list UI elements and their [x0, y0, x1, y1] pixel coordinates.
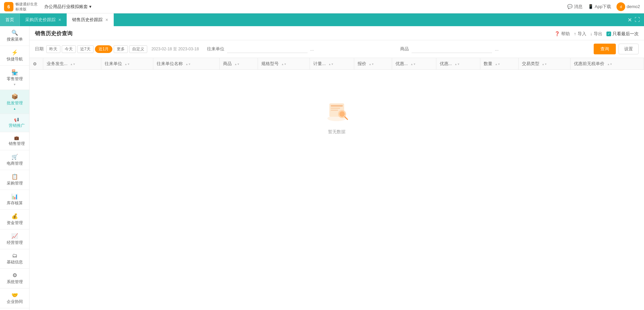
top-bar-left: 6 畅捷通好生意 标准版 办公用品行业模拟账套 ▾ — [4, 2, 92, 11]
message-button[interactable]: 💬 消息 — [567, 4, 583, 10]
sidebar-item-operations[interactable]: 📈 经营管理 — [0, 229, 29, 249]
page-title-row: 销售历史价查询 ❓ 帮助 ↑ 导入 ↓ 导出 ✓ — [35, 30, 639, 37]
message-icon: 💬 — [567, 4, 573, 9]
maximize-button[interactable]: ⛶ — [635, 17, 640, 23]
sort-qty[interactable]: ▲▼ — [495, 63, 500, 66]
date-btn-7days[interactable]: 近7天 — [77, 45, 94, 53]
product-input[interactable] — [412, 45, 492, 53]
col-from-unit[interactable]: 往来单位 ▲▼ — [101, 58, 153, 70]
date-label: 日期 — [35, 46, 44, 52]
product-label: 商品 — [400, 46, 409, 52]
content-area: 销售历史价查询 ❓ 帮助 ↑ 导入 ↓ 导出 ✓ — [30, 26, 644, 310]
date-btn-yesterday[interactable]: 昨天 — [46, 45, 60, 53]
svg-rect-4 — [331, 110, 338, 111]
col-biz-date[interactable]: 业务发生... ▲▼ — [43, 58, 101, 70]
ecommerce-icon: 🛒 — [11, 154, 18, 160]
sort-from-unit[interactable]: ▲▼ — [124, 63, 130, 66]
col-quote[interactable]: 报价 ▲▼ — [354, 58, 392, 70]
sidebar-item-retail[interactable]: 🏪 零售管理 ▾ — [0, 66, 29, 90]
sort-pretax-price[interactable]: ▲▼ — [607, 63, 612, 66]
system-icon: ⚙ — [12, 272, 17, 278]
help-button[interactable]: ❓ 帮助 — [554, 31, 570, 37]
sort-unit[interactable]: ▲▼ — [328, 63, 334, 66]
close-all-tabs-button[interactable]: ✕ — [628, 17, 632, 23]
sidebar-item-system[interactable]: ⚙ 系统管理 — [0, 269, 29, 289]
sidebar-item-newbie[interactable]: 🎯 新手引导 — [0, 308, 29, 310]
settings-button[interactable]: 设置 — [619, 44, 639, 54]
col-trade-type[interactable]: 交易类型 ▲▼ — [518, 58, 571, 70]
date-btn-today[interactable]: 今天 — [62, 45, 76, 53]
empty-state: 暂无数据 — [30, 70, 644, 162]
chevron-down-icon: ▾ — [89, 4, 92, 9]
phone-icon: 📱 — [588, 4, 593, 9]
col-spec[interactable]: 规格型号 ▲▼ — [258, 58, 310, 70]
sidebar-item-enterprise[interactable]: 🤝 企业协同 — [0, 289, 29, 308]
import-button[interactable]: ↑ 导入 — [574, 31, 586, 37]
sidebar-item-finance[interactable]: 💰 资金管理 — [0, 210, 29, 229]
from-unit-input[interactable] — [227, 45, 308, 53]
sidebar-subitem-marketing[interactable]: 📢 营销推广 — [0, 114, 29, 132]
date-btn-more[interactable]: 更多 — [114, 45, 128, 53]
only-last-checkbox[interactable]: ✓ — [606, 32, 611, 36]
export-button[interactable]: ↓ 导出 — [590, 31, 603, 37]
col-from-unit-name[interactable]: 往来单位名称 ▲▼ — [153, 58, 220, 70]
sort-quote[interactable]: ▲▼ — [369, 63, 374, 66]
sidebar-item-shortcut[interactable]: ⚡ 快捷导航 — [0, 46, 29, 66]
sort-spec[interactable]: ▲▼ — [281, 63, 286, 66]
table-wrapper: ⚙ 业务发生... ▲▼ 往来单位 ▲▼ 往来单位名称 ▲▼ — [30, 58, 644, 310]
user-menu[interactable]: d demo2 — [616, 2, 640, 11]
filter-actions: 查询 设置 — [594, 44, 639, 54]
date-btn-custom[interactable]: 自定义 — [129, 45, 147, 53]
sort-discount1[interactable]: ▲▼ — [411, 63, 416, 66]
page-title: 销售历史价查询 — [35, 30, 72, 37]
logo-text: 畅捷通好生意 标准版 — [15, 2, 38, 11]
col-discount1[interactable]: 优惠... ▲▼ — [392, 58, 436, 70]
app-download-button[interactable]: 📱 App下载 — [588, 4, 611, 10]
data-table: ⚙ 业务发生... ▲▼ 往来单位 ▲▼ 往来单位名称 ▲▼ — [30, 58, 644, 70]
tab-sales[interactable]: 销售历史价跟踪 × — [67, 13, 114, 26]
tab-purchase-close[interactable]: × — [58, 17, 61, 22]
page-actions: ❓ 帮助 ↑ 导入 ↓ 导出 ✓ 只看最后一次 — [554, 31, 639, 37]
sidebar-item-ecommerce[interactable]: 🛒 电商管理 — [0, 150, 29, 170]
query-button[interactable]: 查询 — [594, 44, 616, 54]
sidebar-item-wholesale[interactable]: 📦 批发管理 ▴ — [0, 90, 29, 114]
main-layout: 🔍 搜索菜单 ⚡ 快捷导航 🏪 零售管理 ▾ 📦 批发管理 ▴ 📢 营销推广 💼… — [0, 26, 644, 310]
retail-icon: 🏪 — [11, 69, 18, 75]
sort-trade-type[interactable]: ▲▼ — [542, 63, 547, 66]
col-product[interactable]: 商品 ▲▼ — [220, 58, 258, 70]
sort-from-unit-name[interactable]: ▲▼ — [185, 63, 191, 66]
operations-icon: 📈 — [11, 233, 18, 239]
sidebar-item-inventory[interactable]: 📊 库存核算 — [0, 190, 29, 210]
tab-purchase[interactable]: 采购历史价跟踪 × — [20, 13, 67, 26]
sort-biz-date[interactable]: ▲▼ — [70, 63, 75, 66]
inventory-icon: 📊 — [11, 193, 18, 200]
finance-icon: 💰 — [11, 213, 18, 219]
sidebar-item-search[interactable]: 🔍 搜索菜单 — [0, 26, 29, 46]
product-picker-button[interactable]: ... — [495, 47, 498, 52]
basic-icon: 🗂 — [12, 253, 17, 259]
page-header: 销售历史价查询 ❓ 帮助 ↑ 导入 ↓ 导出 ✓ — [30, 26, 644, 40]
col-pretax-price[interactable]: 优惠前无税单价 ▲▼ — [571, 58, 644, 70]
only-last-checkbox-label[interactable]: ✓ 只看最后一次 — [606, 31, 639, 37]
date-filter-group: 日期 昨天 今天 近7天 近1月 更多 自定义 2023-02-18 至 202… — [35, 45, 199, 53]
sidebar-item-purchase[interactable]: 📋 采购管理 — [0, 170, 29, 190]
from-unit-label: 往来单位 — [207, 46, 224, 52]
sidebar-subitem-sales-mgmt[interactable]: 💼 销售管理 — [0, 132, 29, 150]
col-qty[interactable]: 数量 ▲▼ — [480, 58, 518, 70]
from-unit-picker-button[interactable]: ... — [310, 47, 314, 52]
logo-icon: 6 — [4, 2, 13, 11]
col-unit[interactable]: 计量... ▲▼ — [310, 58, 354, 70]
sort-discount2[interactable]: ▲▼ — [454, 63, 460, 66]
tab-sales-close[interactable]: × — [105, 17, 108, 22]
company-selector[interactable]: 办公用品行业模拟账套 ▾ — [44, 4, 92, 10]
tab-bar-actions: ✕ ⛶ — [628, 17, 644, 23]
col-discount2[interactable]: 优惠... ▲▼ — [436, 58, 480, 70]
export-icon: ↓ — [590, 31, 593, 36]
settings-icon[interactable]: ⚙ — [33, 61, 37, 66]
svg-rect-2 — [331, 105, 343, 107]
table-header-row: ⚙ 业务发生... ▲▼ 往来单位 ▲▼ 往来单位名称 ▲▼ — [30, 58, 644, 70]
sort-product[interactable]: ▲▼ — [234, 63, 240, 66]
tab-home[interactable]: 首页 — [0, 13, 20, 26]
date-btn-1month[interactable]: 近1月 — [95, 45, 113, 53]
sidebar-item-basic[interactable]: 🗂 基础信息 — [0, 249, 29, 269]
